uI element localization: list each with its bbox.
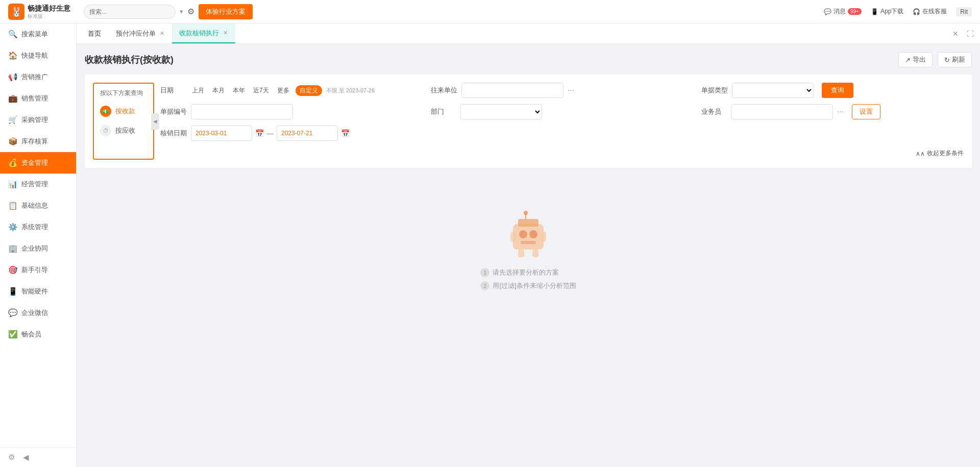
tab-expand-icon[interactable]: ⛶ bbox=[965, 28, 976, 40]
voucher-type-select[interactable] bbox=[732, 83, 814, 98]
app-download-action[interactable]: 📱 App下载 bbox=[871, 7, 903, 16]
svg-point-3 bbox=[529, 230, 537, 238]
tab-receipt-writeoff-close[interactable]: ✕ bbox=[223, 30, 228, 36]
voucher-type-label: 单据类型 bbox=[701, 86, 728, 95]
this-month-shortcut[interactable]: 本月 bbox=[210, 85, 227, 96]
tab-home[interactable]: 首页 bbox=[81, 23, 109, 43]
sidebar-item-purchase[interactable]: 🛒 采购管理 bbox=[0, 109, 76, 131]
last7-shortcut[interactable]: 近7天 bbox=[251, 85, 271, 96]
sidebar-label: 搜索菜单 bbox=[21, 30, 48, 39]
calendar-end-icon[interactable]: 📅 bbox=[341, 129, 350, 137]
voucher-type-field: 单据类型 查询 bbox=[701, 83, 964, 98]
custom-shortcut[interactable]: 自定义 bbox=[296, 85, 322, 96]
svg-rect-8 bbox=[532, 250, 538, 257]
writeoff-date-range: 📅 — 📅 bbox=[191, 126, 350, 141]
sidebar-label: 资金管理 bbox=[21, 158, 48, 167]
writeoff-date-start-input[interactable] bbox=[191, 126, 252, 141]
writeoff-date-end-input[interactable] bbox=[277, 126, 338, 141]
collapse-sidebar-icon[interactable]: ◀ bbox=[23, 453, 29, 462]
sidebar-item-system[interactable]: ⚙️ 系统管理 bbox=[0, 216, 76, 238]
sidebar-label: 系统管理 bbox=[21, 223, 48, 232]
receivable-option-icon: ⏱ bbox=[100, 125, 111, 136]
filter-row-1: 日期 上月 本月 本年 近7天 更多 自定义 不限 至 2023-07-26 bbox=[160, 83, 964, 98]
basicinfo-icon: 📋 bbox=[8, 201, 17, 210]
sidebar-label: 库存核算 bbox=[21, 137, 48, 146]
svg-rect-1 bbox=[518, 219, 538, 227]
this-year-shortcut[interactable]: 本年 bbox=[231, 85, 247, 96]
more-shortcut[interactable]: 更多 bbox=[275, 85, 291, 96]
sidebar-bottom: ⚙ ◀ bbox=[0, 447, 76, 467]
sidebar-label: 企业协同 bbox=[21, 244, 48, 253]
sidebar-label: 采购管理 bbox=[21, 115, 48, 125]
svg-rect-0 bbox=[513, 224, 544, 250]
sidebar-item-operations[interactable]: 📊 经营管理 bbox=[0, 174, 76, 195]
export-button[interactable]: ↗ 导出 bbox=[898, 52, 933, 67]
sidebar-item-inventory[interactable]: 📦 库存核算 bbox=[0, 131, 76, 152]
date-field: 日期 上月 本月 本年 近7天 更多 自定义 不限 至 2023-07-26 bbox=[160, 85, 423, 96]
sidebar-item-hardware[interactable]: 📱 智能硬件 bbox=[0, 281, 76, 302]
query-button[interactable]: 查询 bbox=[822, 83, 853, 98]
tab-receipt-writeoff[interactable]: 收款核销执行 ✕ bbox=[172, 23, 235, 43]
receipt-option-icon: 💵 bbox=[100, 106, 111, 117]
header-search-input[interactable] bbox=[84, 5, 176, 19]
tab-prepay[interactable]: 预付冲应付单 ✕ bbox=[109, 23, 172, 43]
partner-dots-icon[interactable]: ··· bbox=[568, 86, 574, 95]
sidebar-item-marketing[interactable]: 📢 营销推广 bbox=[0, 66, 76, 88]
svg-rect-6 bbox=[541, 232, 546, 242]
partner-input[interactable] bbox=[461, 83, 564, 98]
sidebar-item-sales[interactable]: 💼 销售管理 bbox=[0, 88, 76, 109]
sidebar-item-search-menu[interactable]: 🔍 搜索菜单 bbox=[0, 23, 76, 45]
date-shortcuts: 上月 本月 本年 近7天 更多 自定义 bbox=[190, 85, 322, 96]
system-icon: ⚙️ bbox=[8, 223, 17, 232]
filter-sidebar-title: 按以下方案查询 bbox=[94, 89, 153, 102]
receivable-option-label: 按应收 bbox=[115, 126, 135, 135]
content-area: 首页 预付冲应付单 ✕ 收款核销执行 ✕ ✕ ⛶ 收款核销执行(按收款) bbox=[77, 23, 980, 467]
main-layout: 🔍 搜索菜单 🏠 快捷导航 📢 营销推广 💼 销售管理 🛒 采购管理 📦 库存核… bbox=[0, 23, 980, 467]
calendar-start-icon[interactable]: 📅 bbox=[255, 129, 264, 137]
filter-option-by-receipt[interactable]: 💵 按收款 bbox=[94, 102, 153, 121]
message-action[interactable]: 💬 消息 99+ bbox=[824, 7, 862, 16]
sidebar-label: 营销推广 bbox=[21, 72, 48, 82]
gear-icon[interactable]: ⚙ bbox=[187, 7, 194, 16]
staff-dots-icon[interactable]: ··· bbox=[837, 107, 844, 116]
voucher-no-input[interactable] bbox=[191, 104, 293, 119]
header-right: 💬 消息 99+ 📱 App下载 🎧 在线客服 Rit bbox=[824, 7, 972, 16]
refresh-button[interactable]: ↻ 刷新 bbox=[938, 52, 972, 67]
chevron-down-icon[interactable]: ▾ bbox=[180, 8, 183, 15]
search-icon: 🔍 bbox=[8, 30, 17, 39]
collapse-more-button[interactable]: ∧∧ 收起更多条件 bbox=[160, 147, 964, 160]
dept-select[interactable] bbox=[460, 104, 542, 119]
writeoff-date-label: 核销日期 bbox=[160, 129, 187, 138]
sales-icon: 💼 bbox=[8, 94, 17, 103]
user-name[interactable]: Rit bbox=[956, 7, 972, 16]
tab-prepay-close[interactable]: ✕ bbox=[160, 30, 164, 37]
filter-collapse-button[interactable]: ◀ bbox=[151, 113, 159, 130]
sidebar-item-enterprise[interactable]: 🏢 企业协同 bbox=[0, 238, 76, 259]
partner-label: 往来单位 bbox=[431, 86, 457, 95]
industry-solution-button[interactable]: 体验行业方案 bbox=[199, 4, 253, 19]
wechat-icon: 💬 bbox=[8, 308, 17, 317]
filter-option-by-receivable[interactable]: ⏱ 按应收 bbox=[94, 121, 153, 140]
filter-row-3: 核销日期 📅 — 📅 bbox=[160, 126, 964, 141]
sidebar-item-basic-info[interactable]: 📋 基础信息 bbox=[0, 195, 76, 216]
online-service-action[interactable]: 🎧 在线客服 bbox=[913, 7, 947, 16]
last-month-shortcut[interactable]: 上月 bbox=[190, 85, 206, 96]
sidebar-item-guide[interactable]: 🎯 新手引导 bbox=[0, 259, 76, 281]
sidebar-label: 基础信息 bbox=[21, 201, 48, 210]
filter-form: 日期 上月 本月 本年 近7天 更多 自定义 不限 至 2023-07-26 bbox=[160, 83, 964, 160]
tab-home-label: 首页 bbox=[88, 29, 101, 38]
settings-button[interactable]: 设置 bbox=[852, 104, 880, 119]
sidebar-item-finance[interactable]: 💰 资金管理 bbox=[0, 152, 76, 174]
sidebar-item-quick-nav[interactable]: 🏠 快捷导航 bbox=[0, 45, 76, 66]
staff-input[interactable] bbox=[731, 104, 833, 119]
settings-bottom-icon[interactable]: ⚙ bbox=[8, 453, 15, 462]
sidebar-item-member[interactable]: ✅ 畅会员 bbox=[0, 324, 76, 345]
voucher-no-field: 单据编号 bbox=[160, 104, 423, 119]
voucher-no-label: 单据编号 bbox=[160, 107, 187, 116]
svg-rect-4 bbox=[521, 241, 536, 244]
sidebar-item-wechat[interactable]: 💬 企业微信 bbox=[0, 302, 76, 324]
header-left: 🐰 畅捷通好生意 标准版 ▾ ⚙ 体验行业方案 bbox=[8, 4, 824, 20]
tab-close-all-icon[interactable]: ✕ bbox=[950, 28, 961, 40]
empty-tip-2: 2 用[过滤]条件来缩小分析范围 bbox=[480, 281, 576, 290]
top-header: 🐰 畅捷通好生意 标准版 ▾ ⚙ 体验行业方案 💬 消息 99+ 📱 App下载… bbox=[0, 0, 980, 23]
